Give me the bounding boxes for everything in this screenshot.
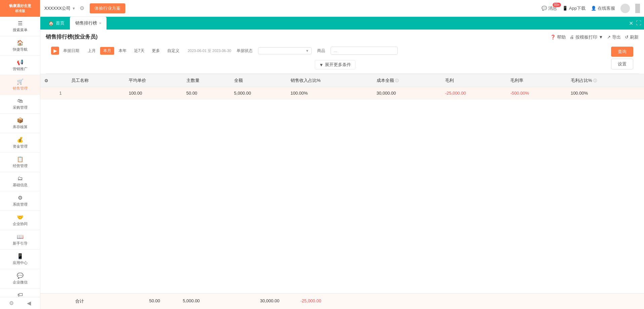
app-download-btn[interactable]: 📱 App下载	[562, 5, 586, 11]
date-pill-prev-month[interactable]: 上月	[85, 47, 99, 55]
sidebar-label-apps: 应用中心	[13, 260, 28, 265]
query-btn[interactable]: 查询	[611, 47, 633, 57]
online-service-label: 在线客服	[598, 5, 615, 11]
tab-sales-ranking[interactable]: 销售排行榜 ×	[70, 17, 106, 30]
sidebar-label-finance: 资金管理	[13, 144, 28, 149]
online-service-btn[interactable]: 👤 在线客服	[591, 5, 615, 11]
help-btn[interactable]: ❓ 帮助	[550, 34, 566, 40]
sidebar-item-apps[interactable]: 📱 应用中心	[0, 250, 40, 269]
sidebar-item-member[interactable]: 🏷 畅会员	[0, 289, 40, 297]
refresh-btn[interactable]: ↺ 刷新	[625, 34, 639, 40]
sidebar-collapse-icon[interactable]: ◀	[27, 300, 31, 306]
status-select[interactable]: ▼	[258, 47, 312, 54]
date-pill-more[interactable]: 更多	[149, 47, 163, 55]
company-name: XXXXXX公司	[44, 5, 71, 11]
table-header-row: ⚙ 员工名称 平均单价 主数量 全额 销售收入占比% 成本全额 ⓘ 毛利 毛利率…	[40, 74, 644, 87]
status-label: 单据状态	[237, 48, 253, 54]
th-settings[interactable]: ⚙	[40, 74, 54, 87]
footer-amount: 5,000.00	[179, 297, 216, 306]
goods-input[interactable]: ...	[331, 47, 398, 55]
table-body: 1 100.00 50.00 5,000.00 100.00% 30,000.0…	[40, 87, 644, 99]
th-name: 员工名称	[67, 74, 125, 87]
filter-row-1: 单据日期 上月 本月 本年 近7天 更多 自定义 2023-06-01 至 20…	[63, 47, 607, 55]
row-name-0	[67, 87, 125, 99]
sidebar-icon-member: 🏷	[17, 292, 23, 297]
footer-gross: -25,000.00	[296, 297, 333, 306]
help-label: 帮助	[557, 34, 566, 40]
row-cost-0: 30,000.00	[373, 87, 441, 99]
date-pill-this-month[interactable]: 本月	[100, 47, 114, 55]
date-pills: 上月 本月 本年 近7天 更多 自定义	[85, 47, 182, 55]
sidebar-item-guide[interactable]: 📖 新手引导	[0, 230, 40, 250]
sidebar-icon-purchase: 🛍	[17, 98, 23, 104]
table-footer: 合计 50.00 5,000.00 30,000.00 -25,000.00	[40, 293, 644, 309]
message-badge: 99+	[553, 3, 561, 7]
message-btn[interactable]: 💬 消息 99+	[542, 5, 557, 11]
topbar: XXXXXX公司 ▼ ⚙ 体验行业方案 💬 消息 99+ 📱 App下载 👤 在…	[40, 0, 644, 17]
refresh-label: 刷新	[630, 34, 639, 40]
th-gross-pct: 毛利占比% ⓘ	[567, 74, 644, 87]
sidebar-item-sales[interactable]: 🛒 销售管理	[0, 75, 40, 95]
tab-close-all-icon[interactable]: ✕	[629, 20, 633, 27]
row-gross-0: -25,000.00	[441, 87, 506, 99]
date-pill-7days[interactable]: 近7天	[131, 47, 147, 55]
tab-home[interactable]: 🏠 首页	[43, 17, 70, 30]
sidebar-item-business[interactable]: 📋 经营管理	[0, 153, 40, 172]
print-btn[interactable]: 🖨 按模板打印 ▼	[570, 34, 603, 40]
sidebar-item-purchase[interactable]: 🛍 采购管理	[0, 95, 40, 114]
gross-pct-info-icon[interactable]: ⓘ	[593, 79, 597, 83]
th-rank	[54, 74, 67, 87]
app-logo: 畅康通好生意 标准版	[0, 0, 40, 17]
date-pill-custom[interactable]: 自定义	[164, 47, 182, 55]
filter-collapse-btn[interactable]: ▶	[51, 47, 59, 55]
row-rank-0: 1	[54, 87, 67, 99]
topbar-right: 💬 消息 99+ 📱 App下载 👤 在线客服	[542, 4, 640, 13]
sidebar-icon-quick-nav: 🏠	[17, 40, 24, 46]
sidebar-settings-icon[interactable]: ⚙	[9, 300, 14, 306]
cost-info-icon[interactable]: ⓘ	[395, 79, 399, 83]
tabbar: 🏠 首页 销售排行榜 × ✕ ⛶	[40, 17, 644, 30]
expand-icon: ▼	[319, 62, 324, 67]
user-avatar[interactable]	[620, 4, 630, 13]
sidebar-item-finance[interactable]: 💰 资金管理	[0, 133, 40, 153]
date-label: 单据日期	[63, 48, 79, 54]
tab-fullscreen-icon[interactable]: ⛶	[636, 20, 641, 27]
export-icon: ↗	[607, 35, 611, 40]
company-selector[interactable]: XXXXXX公司 ▼	[44, 5, 76, 11]
table-settings-btn[interactable]: 设置	[611, 59, 633, 69]
trial-button[interactable]: 体验行业方案	[90, 3, 125, 13]
footer-gross-pct	[367, 297, 400, 306]
sidebar-icon-sales: 🛒	[17, 79, 24, 85]
sidebar-item-basic[interactable]: 🗂 基础信息	[0, 172, 40, 191]
sidebar-item-quick-nav[interactable]: 🏠 快捷导航	[0, 36, 40, 56]
company-chevron-icon: ▼	[72, 6, 76, 10]
service-icon: 👤	[591, 6, 596, 11]
sidebar-nav: ☰ 搜索菜单 🏠 快捷导航 📢 营销推广 🛒 销售管理 🛍 采购管理 📦 库存核…	[0, 17, 40, 297]
sidebar-icon-basic: 🗂	[17, 175, 23, 182]
th-sales-pct: 销售收入占比%	[287, 74, 373, 87]
filter-bar: ▶ 单据日期 上月 本月 本年 近7天 更多 自定义	[46, 44, 639, 74]
export-btn[interactable]: ↗ 导出	[607, 34, 621, 40]
sidebar-item-search[interactable]: ☰ 搜索菜单	[0, 17, 40, 36]
row-sales-pct-0: 100.00%	[287, 87, 373, 99]
sidebar-item-wechat[interactable]: 💬 企业微信	[0, 269, 40, 289]
topbar-settings-icon[interactable]: ⚙	[80, 5, 84, 11]
row-settings-0[interactable]	[40, 87, 54, 99]
date-pill-this-year[interactable]: 本年	[116, 47, 130, 55]
refresh-icon: ↺	[625, 35, 629, 40]
sidebar-item-marketing[interactable]: 📢 营销推广	[0, 56, 40, 75]
sidebar-item-enterprise[interactable]: 🤝 企业协同	[0, 211, 40, 230]
tab-home-label: 首页	[56, 20, 65, 26]
sidebar-label-enterprise: 企业协同	[13, 221, 28, 226]
tab-close-icon[interactable]: ×	[99, 21, 101, 25]
sidebar-label-wechat: 企业微信	[13, 280, 28, 285]
download-icon: 📱	[562, 6, 568, 11]
th-amount: 全额	[230, 74, 287, 87]
expand-btn[interactable]: ▼ 展开更多条件	[315, 60, 355, 69]
goods-input-placeholder: ...	[334, 48, 337, 53]
logo-title: 畅康通好生意	[9, 3, 31, 8]
sidebar-item-system[interactable]: ⚙ 系统管理	[0, 191, 40, 211]
content-area: 销售排行榜(按业务员) ❓ 帮助 🖨 按模板打印 ▼ ↗ 导出	[40, 30, 644, 309]
tabbar-right-actions: ✕ ⛶	[629, 20, 641, 27]
sidebar-item-inventory[interactable]: 📦 库存核算	[0, 114, 40, 133]
